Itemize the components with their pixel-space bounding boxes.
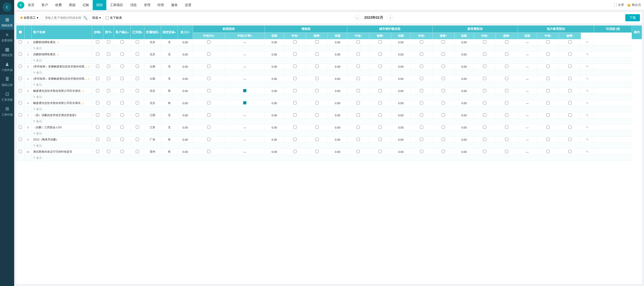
search-button[interactable]: 🔍 bbox=[83, 16, 87, 20]
yh-sb-cell[interactable] bbox=[537, 100, 559, 106]
annual-checkbox[interactable] bbox=[207, 89, 210, 92]
qingka-checkbox[interactable] bbox=[107, 65, 110, 68]
df-sb-checkbox[interactable] bbox=[483, 77, 486, 80]
df-sb-checkbox[interactable] bbox=[483, 89, 486, 92]
yh-jf-checkbox[interactable] bbox=[568, 150, 572, 153]
action-cell[interactable]: ✎ bbox=[581, 149, 594, 155]
annual-checkbox[interactable] bbox=[207, 150, 210, 153]
qingka-cell[interactable] bbox=[103, 124, 114, 131]
confirm-checkbox[interactable] bbox=[121, 77, 124, 80]
done-cell[interactable] bbox=[130, 39, 144, 45]
cs-sb-cell[interactable] bbox=[347, 124, 369, 131]
chaoshui-checkbox[interactable] bbox=[96, 89, 99, 92]
jy-sb-checkbox[interactable] bbox=[420, 40, 423, 44]
yh-jf-checkbox[interactable] bbox=[568, 52, 572, 56]
nav-bookkeeping[interactable]: 记账 bbox=[79, 0, 93, 10]
zz-sb-checkbox[interactable] bbox=[293, 126, 297, 129]
cs-jf-cell[interactable] bbox=[369, 137, 391, 143]
fullscreen-button[interactable]: ⛶ 全屏 bbox=[614, 3, 624, 7]
row-select-cell[interactable] bbox=[16, 51, 25, 58]
cs-jf-cell[interactable] bbox=[369, 76, 391, 82]
df-sb-cell[interactable] bbox=[474, 100, 496, 106]
chaoshui-checkbox[interactable] bbox=[96, 77, 99, 80]
cs-jf-cell[interactable] bbox=[369, 112, 391, 118]
zz-sb-checkbox[interactable] bbox=[293, 150, 297, 153]
confirm-checkbox[interactable] bbox=[121, 89, 124, 92]
note-cell[interactable]: ✎ 备注: bbox=[32, 70, 632, 76]
cs-sb-checkbox[interactable] bbox=[357, 52, 360, 56]
cs-jf-checkbox[interactable] bbox=[379, 40, 382, 44]
cs-jf-checkbox[interactable] bbox=[379, 101, 382, 104]
cs-jf-checkbox[interactable] bbox=[379, 52, 382, 56]
yh-sb-checkbox[interactable] bbox=[546, 89, 550, 92]
row-select-cell[interactable] bbox=[16, 149, 25, 155]
done-checkbox[interactable] bbox=[136, 113, 139, 117]
cs-sb-cell[interactable] bbox=[347, 100, 369, 106]
df-jf-cell[interactable] bbox=[496, 149, 518, 155]
edit-icon[interactable]: ✎ bbox=[586, 138, 589, 141]
jy-jf-cell[interactable] bbox=[433, 51, 455, 58]
jy-sb-checkbox[interactable] bbox=[420, 89, 423, 92]
row-select-cell[interactable] bbox=[16, 137, 25, 143]
row-select-cell[interactable] bbox=[16, 76, 25, 82]
zz-sb-checkbox[interactable] bbox=[293, 113, 297, 117]
yh-jf-checkbox[interactable] bbox=[568, 65, 572, 68]
cs-jf-checkbox[interactable] bbox=[379, 126, 382, 129]
jy-jf-checkbox[interactable] bbox=[442, 138, 445, 141]
yh-jf-checkbox[interactable] bbox=[568, 113, 572, 117]
yh-sb-cell[interactable] bbox=[537, 76, 559, 82]
df-jf-cell[interactable] bbox=[496, 39, 518, 45]
chaoshui-cell[interactable] bbox=[92, 64, 103, 70]
nav-invoice[interactable]: 票据 bbox=[65, 0, 79, 10]
sidebar-item-piliangbaoshui[interactable]: ≡ 批量报税 bbox=[0, 30, 14, 45]
zz-sb-checkbox[interactable] bbox=[293, 89, 297, 92]
confirm-cell[interactable] bbox=[114, 112, 130, 118]
jy-sb-checkbox[interactable] bbox=[420, 150, 423, 153]
cs-jf-checkbox[interactable] bbox=[379, 65, 382, 68]
row-select-cell[interactable] bbox=[16, 88, 25, 94]
select-all-checkbox[interactable] bbox=[19, 30, 22, 34]
jy-jf-cell[interactable] bbox=[433, 39, 455, 45]
monthly-cb-cell[interactable]: — bbox=[225, 124, 265, 131]
df-sb-checkbox[interactable] bbox=[483, 101, 486, 104]
zz-jf-checkbox[interactable] bbox=[315, 77, 319, 80]
yh-sb-checkbox[interactable] bbox=[546, 101, 550, 104]
df-jf-checkbox[interactable] bbox=[505, 113, 508, 117]
employee-filter-select[interactable]: 全部员工 ▾ bbox=[18, 14, 41, 21]
zz-sb-checkbox[interactable] bbox=[293, 65, 297, 68]
zz-sb-cell[interactable] bbox=[284, 64, 306, 70]
note-cell[interactable]: ✎ 备注: bbox=[32, 82, 632, 88]
confirm-cell[interactable] bbox=[114, 100, 130, 106]
cs-jf-checkbox[interactable] bbox=[379, 150, 382, 153]
df-sb-checkbox[interactable] bbox=[483, 150, 486, 153]
note-cell[interactable]: ✎ 备注: bbox=[32, 155, 632, 161]
chaoshui-cell[interactable] bbox=[92, 112, 103, 118]
chaoshui-cell[interactable] bbox=[92, 100, 103, 106]
annual-checkbox[interactable] bbox=[207, 101, 210, 104]
yh-jf-cell[interactable] bbox=[559, 149, 581, 155]
zz-jf-checkbox[interactable] bbox=[315, 138, 319, 141]
annual-checkbox[interactable] bbox=[207, 138, 210, 141]
chaoshui-cell[interactable] bbox=[92, 76, 103, 82]
qingka-checkbox[interactable] bbox=[107, 40, 110, 44]
yh-sb-cell[interactable] bbox=[537, 39, 559, 45]
note-cell[interactable]: ✎ 备注: bbox=[32, 58, 632, 64]
jy-jf-checkbox[interactable] bbox=[442, 40, 445, 44]
zz-sb-cell[interactable] bbox=[284, 112, 306, 118]
zz-jf-cell[interactable] bbox=[306, 149, 328, 155]
annual-checkbox[interactable] bbox=[207, 40, 210, 44]
df-sb-cell[interactable] bbox=[474, 149, 496, 155]
yh-sb-cell[interactable] bbox=[537, 88, 559, 94]
jy-sb-cell[interactable] bbox=[411, 39, 433, 45]
confirm-checkbox[interactable] bbox=[121, 138, 124, 141]
chaoshui-cell[interactable] bbox=[92, 137, 103, 143]
yh-sb-cell[interactable] bbox=[537, 149, 559, 155]
qingka-cell[interactable] bbox=[103, 39, 114, 45]
cs-sb-checkbox[interactable] bbox=[357, 138, 360, 141]
zz-jf-cell[interactable] bbox=[306, 100, 328, 106]
yh-jf-cell[interactable] bbox=[559, 76, 581, 82]
zz-sb-cell[interactable] bbox=[284, 137, 306, 143]
sidebar-item-baoshuizonglan[interactable]: ▦ 报税总览 bbox=[0, 44, 14, 59]
df-jf-checkbox[interactable] bbox=[505, 77, 508, 80]
qingka-checkbox[interactable] bbox=[107, 126, 110, 129]
